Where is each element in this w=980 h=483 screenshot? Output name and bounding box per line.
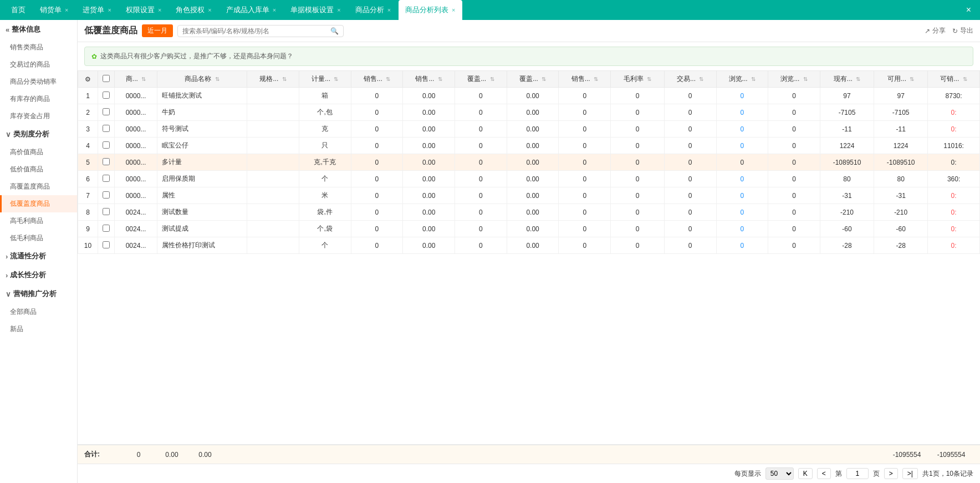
per-page-select[interactable]: 50 10 20 100 [765, 467, 794, 480]
nav-tab-sales[interactable]: 销货单 × [33, 0, 75, 20]
row-checkbox[interactable] [98, 104, 115, 121]
row-name: 启用保质期 [157, 171, 247, 187]
close-icon[interactable]: × [387, 7, 391, 13]
nav-tab-product-inbound[interactable]: 产成品入库单 × [220, 0, 283, 20]
col-available[interactable]: 可用... ⇅ [874, 71, 928, 88]
nav-tab-purchase[interactable]: 进货单 × [76, 0, 118, 20]
next-page-button[interactable]: > [884, 468, 898, 479]
table-container[interactable]: ⚙ 商... ⇅ 商品名称 ⇅ [78, 70, 980, 444]
sidebar-item-new-products[interactable]: 新品 [0, 321, 77, 338]
row-checkbox[interactable] [98, 88, 115, 104]
row-browse1[interactable]: 0 [716, 237, 768, 254]
row-browse1[interactable]: 0 [716, 88, 768, 104]
page-title: 低覆盖度商品 [84, 25, 137, 37]
row-saleable: 8730: [928, 88, 980, 104]
col-name[interactable]: 商品名称 ⇅ [157, 71, 247, 88]
time-filter-button[interactable]: 近一月 [142, 24, 173, 37]
row-browse1[interactable]: 0 [716, 121, 768, 138]
close-all-button[interactable]: × [962, 5, 976, 15]
row-sales-amt: 0.00 [403, 154, 455, 171]
last-page-button[interactable]: >| [902, 468, 918, 479]
sidebar-header[interactable]: « 整体信息 [0, 20, 77, 39]
col-code[interactable]: 商... ⇅ [115, 71, 157, 88]
page-label: 第 [835, 469, 842, 479]
prev-page-button[interactable]: < [817, 468, 831, 479]
sidebar-section-liquidity[interactable]: › 流通性分析 [0, 247, 77, 266]
nav-tab-template[interactable]: 单据模板设置 × [284, 0, 347, 20]
col-gross-rate[interactable]: 毛利率 ⇅ [611, 71, 665, 88]
search-input[interactable] [182, 27, 328, 35]
col-browse2[interactable]: 浏览... ⇅ [768, 71, 820, 88]
col-spec[interactable]: 规格... ⇅ [247, 71, 299, 88]
close-icon[interactable]: × [158, 7, 161, 13]
row-gross-rate: 0 [611, 237, 665, 254]
close-icon[interactable]: × [208, 7, 211, 13]
sidebar-item-low-value[interactable]: 低价值商品 [0, 161, 77, 178]
row-browse1[interactable]: 0 [716, 104, 768, 121]
row-browse1[interactable]: 0 [716, 221, 768, 237]
nav-tab-product-analysis[interactable]: 商品分析 × [349, 0, 397, 20]
sidebar-item-low-coverage[interactable]: 低覆盖度商品 [0, 195, 77, 212]
row-checkbox[interactable] [98, 187, 115, 204]
export-button[interactable]: ↻ 导出 [952, 26, 973, 35]
row-browse2: 0 [768, 88, 820, 104]
footer-current: -1095554 [885, 451, 929, 459]
sidebar-section-growth[interactable]: › 成长性分析 [0, 266, 77, 284]
col-cover2[interactable]: 覆盖... ⇅ [507, 71, 559, 88]
close-icon[interactable]: × [65, 7, 68, 13]
sidebar-item-low-margin[interactable]: 低毛利商品 [0, 230, 77, 247]
nav-tab-product-analysis-list[interactable]: 商品分析列表 × [399, 0, 462, 20]
row-checkbox[interactable] [98, 237, 115, 254]
col-settings[interactable]: ⚙ [78, 71, 98, 88]
share-button[interactable]: ↗ 分享 [925, 26, 946, 35]
row-unit: 克,千克 [299, 154, 351, 171]
nav-tab-permission[interactable]: 权限设置 × [119, 0, 168, 20]
nav-tab-role[interactable]: 角色授权 × [169, 0, 218, 20]
settings-icon[interactable]: ⚙ [85, 75, 91, 83]
row-browse1[interactable]: 0 [716, 154, 768, 171]
row-browse2: 0 [768, 154, 820, 171]
close-icon[interactable]: × [108, 7, 111, 13]
row-checkbox[interactable] [98, 138, 115, 154]
row-browse1[interactable]: 0 [716, 171, 768, 187]
row-checkbox[interactable] [98, 204, 115, 221]
col-trade[interactable]: 交易... ⇅ [664, 71, 716, 88]
row-browse1[interactable]: 0 [716, 187, 768, 204]
row-checkbox[interactable] [98, 221, 115, 237]
close-icon[interactable]: × [452, 7, 455, 13]
col-checkbox[interactable] [98, 71, 115, 88]
row-sales3: 0 [559, 154, 611, 171]
sidebar-item-all-products[interactable]: 全部商品 [0, 303, 77, 321]
sidebar-item-high-margin[interactable]: 高毛利商品 [0, 212, 77, 230]
row-browse1[interactable]: 0 [716, 204, 768, 221]
sidebar-item-high-value[interactable]: 高价值商品 [0, 144, 77, 161]
nav-tab-home[interactable]: 首页 [4, 0, 32, 20]
sidebar-item-high-coverage[interactable]: 高覆盖度商品 [0, 178, 77, 195]
row-browse1[interactable]: 0 [716, 138, 768, 154]
sidebar-item-stock-capital[interactable]: 库存资金占用 [0, 108, 77, 125]
sidebar-item-category-rate[interactable]: 商品分类动销率 [0, 73, 77, 90]
col-cover1[interactable]: 覆盖... ⇅ [455, 71, 507, 88]
col-saleable[interactable]: 可销... ⇅ [928, 71, 980, 88]
current-page-input[interactable] [846, 468, 869, 479]
sidebar-section-category[interactable]: ∨ 类别度分析 [0, 125, 77, 144]
col-current[interactable]: 现有... ⇅ [820, 71, 874, 88]
sidebar-item-in-stock[interactable]: 有库存的商品 [0, 90, 77, 108]
row-checkbox[interactable] [98, 154, 115, 171]
sidebar-section-marketing[interactable]: ∨ 营销推广分析 [0, 284, 77, 303]
col-unit[interactable]: 计量... ⇅ [299, 71, 351, 88]
col-sales3[interactable]: 销售... ⇅ [559, 71, 611, 88]
sidebar-item-sales-products[interactable]: 销售类商品 [0, 39, 77, 56]
row-checkbox[interactable] [98, 121, 115, 138]
sidebar-item-traded-products[interactable]: 交易过的商品 [0, 56, 77, 73]
table-row: 50000...多计量克,千克00.0000.0000000-1089510-1… [78, 154, 980, 171]
row-checkbox[interactable] [98, 171, 115, 187]
col-browse1[interactable]: 浏览... ⇅ [716, 71, 768, 88]
close-icon[interactable]: × [337, 7, 340, 13]
close-icon[interactable]: × [273, 7, 276, 13]
select-all-checkbox[interactable] [103, 75, 110, 82]
col-sales-amt[interactable]: 销售... ⇅ [403, 71, 455, 88]
col-sales-qty[interactable]: 销售... ⇅ [351, 71, 403, 88]
sort-icon: ⇅ [141, 76, 146, 82]
first-page-button[interactable]: K [798, 468, 813, 479]
